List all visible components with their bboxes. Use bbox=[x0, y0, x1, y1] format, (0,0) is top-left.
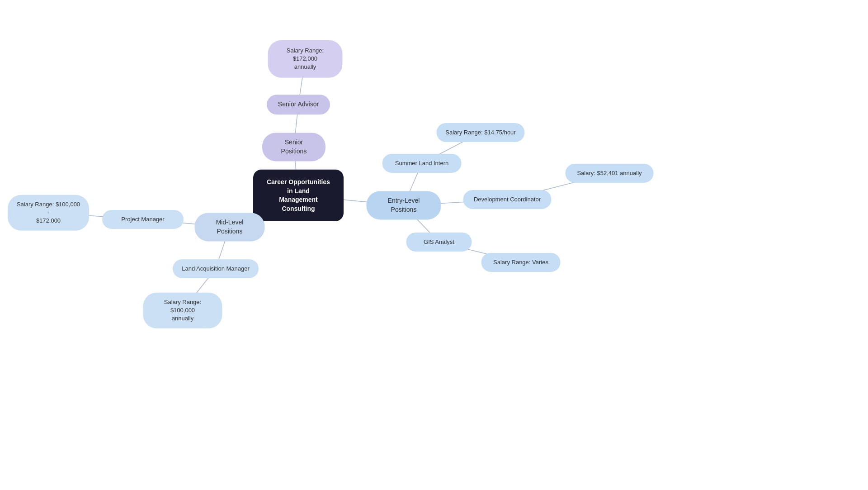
development-coordinator-node[interactable]: Development Coordinator bbox=[463, 190, 552, 209]
summer-land-intern-node[interactable]: Summer Land Intern bbox=[382, 154, 462, 173]
salary-gis-node[interactable]: Salary Range: Varies bbox=[481, 253, 561, 272]
project-manager-node[interactable]: Project Manager bbox=[102, 210, 184, 229]
salary-senior-advisor-node[interactable]: Salary Range: $172,000annually bbox=[268, 40, 343, 78]
salary-dev-coord-node[interactable]: Salary: $52,401 annually bbox=[566, 164, 654, 183]
salary-land-acquisition-node[interactable]: Salary Range: $100,000annually bbox=[143, 293, 222, 328]
entry-level-positions-node[interactable]: Entry-Level Positions bbox=[367, 191, 441, 219]
salary-intern-node[interactable]: Salary Range: $14.75/hour bbox=[437, 123, 525, 142]
mid-level-positions-node[interactable]: Mid-Level Positions bbox=[195, 213, 265, 241]
salary-project-manager-node[interactable]: Salary Range: $100,000 -$172,000 bbox=[8, 195, 89, 231]
land-acquisition-node[interactable]: Land Acquisition Manager bbox=[173, 259, 259, 278]
gis-analyst-node[interactable]: GIS Analyst bbox=[406, 233, 472, 252]
root-node[interactable]: Career Opportunities in LandManagement C… bbox=[253, 170, 344, 221]
senior-positions-node[interactable]: Senior Positions bbox=[262, 133, 326, 161]
senior-advisor-node[interactable]: Senior Advisor bbox=[267, 95, 330, 114]
